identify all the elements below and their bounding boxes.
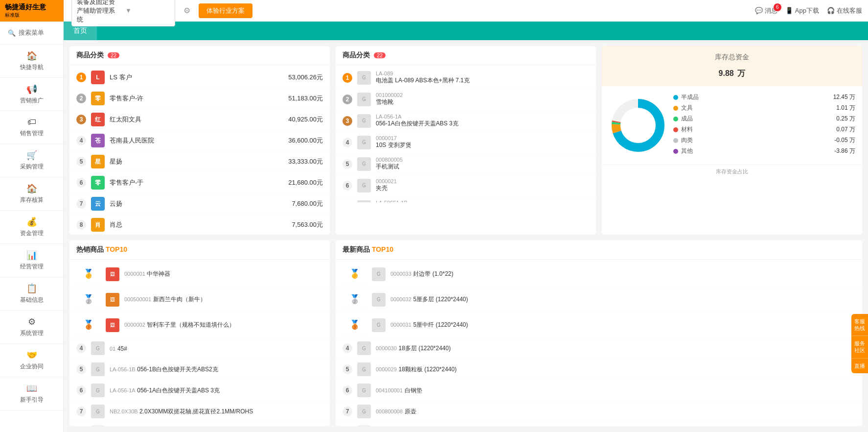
product-code: 0000021 <box>376 178 589 184</box>
product-code: LA-59651-1B <box>376 200 589 202</box>
sidebar-item-sales[interactable]: 🏷 销售管理 <box>0 111 63 144</box>
new-products-header: 最新商品 TOP10 <box>336 240 862 260</box>
customer-service-hotline[interactable]: 客服热线 <box>851 314 868 336</box>
sidebar-item-basic[interactable]: 📋 基础信息 <box>0 277 63 311</box>
customer-amount: 7,563.00元 <box>292 220 323 229</box>
product-info: 000800008 原壶 <box>376 408 855 416</box>
rank-number: 7 <box>76 199 86 209</box>
legend-item: 肉类 -0.05 万 <box>673 136 855 144</box>
product-info: 0000029 18颗粒板 (1220*2440) <box>376 365 855 374</box>
legend-item: 文具 1.01 万 <box>673 104 855 112</box>
list-item: 8 G 10000100001 原壶 <box>336 422 862 426</box>
rank-medal-icon: 🥇 <box>76 265 101 283</box>
table-row: 3 G LA-056-1A 056-1A白色按键开关盖ABS 3克 <box>336 110 596 132</box>
rank-number: 7 <box>343 407 352 416</box>
basic-label: 基础信息 <box>20 296 44 304</box>
avatar: 零 <box>91 176 105 190</box>
list-item: 5 G 0000029 18颗粒板 (1220*2440) <box>336 359 862 380</box>
list-item: 🥈 G 0000032 5厘多层 (1220*2440) <box>336 287 862 312</box>
legend-color-dot <box>673 127 678 132</box>
inventory-card: 库存总资金 9.88 万 <box>602 46 862 235</box>
product-code: 0000031 <box>390 322 411 328</box>
legend-value: 0.25 万 <box>836 115 855 123</box>
app-download-button[interactable]: 📱 App下载 <box>785 6 819 15</box>
sidebar-item-operation[interactable]: 📊 经营管理 <box>0 244 63 277</box>
product-code: 0000029 <box>376 366 397 372</box>
rank-number: 6 <box>343 385 352 395</box>
message-button[interactable]: 💬 消息 6 <box>755 6 777 15</box>
sidebar: 🔍 搜索菜单 🏠 快捷导航📢 营销推广🏷 销售管理🛒 采购管理🏠 库存核算💰 资… <box>0 22 64 432</box>
product-image: G <box>91 384 105 397</box>
search-menu-button[interactable]: 🔍 搜索菜单 <box>4 25 59 40</box>
table-row: 1 G LA-089 电池盖 LA-089 ABS本色+黑种 7.1克 <box>336 67 596 89</box>
product-image: 🖼 <box>106 318 119 332</box>
rank-number: 1 <box>343 73 352 83</box>
customer-amount: 7,680.00元 <box>292 199 323 208</box>
product-image: G <box>357 179 371 192</box>
product-image: G <box>372 267 386 281</box>
customer-ranking-header: 商品分类 22 <box>69 46 330 65</box>
online-service-button[interactable]: 🎧 在线客服 <box>827 6 862 15</box>
customer-name: 苍南县人民医院 <box>110 136 283 145</box>
search-icon: 🔍 <box>8 29 16 37</box>
inventory-value: 9.88 <box>719 69 734 77</box>
new-products-list: 🥇 G 0000033 封边带 (1.0*22) 🥈 G 0000032 5厘多… <box>336 260 862 426</box>
product-info: 0000002 智利车子里（规格不知道填什么） <box>124 321 323 329</box>
product-name: 智利车子里（规格不知道填什么） <box>147 321 235 328</box>
settings-button[interactable]: ⚙ <box>179 3 195 19</box>
avatar: 零 <box>91 92 105 105</box>
legend-color-dot <box>673 117 678 121</box>
customer-name: 红太阳文具 <box>110 115 283 124</box>
sidebar-item-inventory[interactable]: 🏠 库存核算 <box>0 177 63 211</box>
product-info: 004100001 白钢垫 <box>376 386 855 395</box>
logo-sub: 标准版 <box>5 12 46 19</box>
product-code: LA-056-1A <box>376 114 589 120</box>
customer-name: 零售客户-许 <box>110 94 283 103</box>
legend-color-dot <box>673 149 678 154</box>
sidebar-item-system[interactable]: ⚙ 系统管理 <box>0 311 63 344</box>
sidebar-item-purchase[interactable]: 🛒 采购管理 <box>0 144 63 177</box>
system-selector[interactable]: 装备及固定资产辅助管理系统 ▼ <box>71 0 175 26</box>
sidebar-item-finance[interactable]: 💰 资金管理 <box>0 211 63 244</box>
legend-item: 材料 0.07 万 <box>673 125 855 134</box>
legend-value: -3.86 万 <box>834 147 855 155</box>
headset-icon: 🎧 <box>827 7 835 14</box>
rank-number: 5 <box>343 159 352 169</box>
product-code: 0000002 <box>124 322 145 328</box>
list-item: 5 G LA-056-1B 056-1B白色按键开关壳ABS2克 <box>69 359 330 380</box>
product-code: LA-089 <box>376 71 589 76</box>
product-code: 000500001 <box>124 296 151 302</box>
customer-name: 星扬 <box>110 157 283 166</box>
customer-count-badge: 22 <box>108 52 119 58</box>
product-info: LA-056-1A 056-1A白色按键开关盖ABS 3克 <box>376 114 589 128</box>
sidebar-item-marketing[interactable]: 📢 营销推广 <box>0 78 63 111</box>
sidebar-item-quick-nav[interactable]: 🏠 快捷导航 <box>0 45 63 78</box>
product-image: G <box>357 341 371 355</box>
product-info: LA-056-1A 056-1A白色按键开关盖ABS 3克 <box>110 386 323 395</box>
product-info: 0000032 5厘多层 (1220*2440) <box>390 295 855 304</box>
legend-value: 0.07 万 <box>836 125 855 134</box>
product-info: 001000002 雪地靴 <box>376 92 589 106</box>
dashboard: 商品分类 22 1 L LS 客户 53,006.26元 2 零 零售客户-许 … <box>64 40 868 432</box>
service-community[interactable]: 服务社区 <box>851 336 868 359</box>
customer-amount: 40,925.00元 <box>288 115 323 124</box>
rank-medal-icon: 🥉 <box>343 316 367 334</box>
product-code: 0000032 <box>390 296 411 302</box>
sidebar-item-guide[interactable]: 📖 新手引导 <box>0 377 63 410</box>
legend-value: 1.01 万 <box>836 104 855 112</box>
inventory-title: 库存总资金 <box>612 53 852 62</box>
product-name: 手机测试 <box>376 163 589 171</box>
product-name: 5厘多层 (1220*2440) <box>413 296 468 303</box>
product-name: 2.0X30MM双搓花轴,搓花直径2.1MM/ROHS <box>139 408 253 415</box>
sidebar-item-company[interactable]: 🤝 企业协同 <box>0 344 63 377</box>
live-stream[interactable]: 直播 <box>851 359 868 373</box>
new-products-card: 最新商品 TOP10 🥇 G 0000033 封边带 (1.0*22) 🥈 G … <box>336 240 862 426</box>
customer-name: LS 客户 <box>110 73 283 82</box>
avatar: 肖 <box>91 218 105 232</box>
table-row: 1 L LS 客户 53,006.26元 <box>69 67 330 88</box>
table-row: 7 云 云扬 7,680.00元 <box>69 193 330 215</box>
trial-button[interactable]: 体验行业方案 <box>199 3 252 18</box>
top-bar: 畅捷通好生意 标准版 装备及固定资产辅助管理系统 ▼ ⚙ 体验行业方案 💬 消息… <box>0 0 868 22</box>
rank-number: 2 <box>76 94 86 103</box>
basic-icon: 📋 <box>26 283 37 294</box>
